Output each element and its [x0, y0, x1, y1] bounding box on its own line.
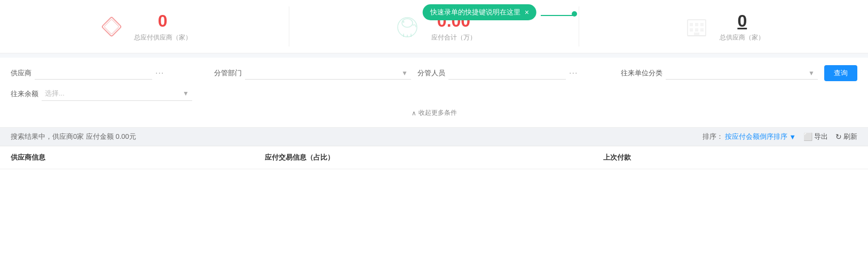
- sort-chevron: ▼: [789, 133, 796, 141]
- svg-rect-8: [700, 23, 704, 26]
- refresh-label: 刷新: [843, 132, 857, 142]
- svg-rect-7: [695, 23, 698, 26]
- col-last-payment-header: 上次付款: [603, 153, 857, 162]
- stat-total-suppliers: 0 总供应商（家）: [579, 6, 868, 46]
- tooltip-close-btn[interactable]: ×: [525, 9, 529, 16]
- supplier-label: 供应商: [11, 68, 31, 78]
- filter-balance: 往来余额 选择... ▼: [11, 87, 192, 101]
- table-body: [0, 169, 868, 275]
- total-payable-label: 总应付供应商（家）: [134, 33, 192, 42]
- filter-person: 分管人员 ···: [417, 67, 614, 80]
- person-dots-btn[interactable]: ···: [569, 68, 578, 78]
- svg-rect-10: [695, 28, 698, 32]
- collapse-icon: ∧: [412, 109, 416, 117]
- piggy-icon: [392, 11, 423, 42]
- sort-area[interactable]: 排序： 按应付会额倒序排序 ▼: [703, 132, 796, 142]
- diamond-icon: [98, 13, 125, 41]
- unit-category-label: 往来单位分类: [621, 68, 662, 78]
- export-btn[interactable]: ⬜ 导出: [803, 132, 828, 142]
- collapse-label: 收起更多条件: [419, 108, 457, 117]
- table-header: 供应商信息 应付交易信息（占比） 上次付款: [0, 146, 868, 169]
- refresh-btn[interactable]: ↻ 刷新: [835, 132, 857, 142]
- total-payable-number: 0: [158, 11, 168, 31]
- tooltip-text: 快速录单的快捷键说明在这里: [430, 7, 520, 17]
- person-label: 分管人员: [417, 68, 445, 78]
- svg-rect-9: [690, 28, 693, 32]
- balance-placeholder: 选择...: [45, 89, 65, 98]
- export-label: 导出: [814, 132, 828, 142]
- filter-row-2: 往来余额 选择... ▼: [11, 87, 192, 101]
- balance-chevron: ▼: [183, 90, 189, 97]
- filter-department: 分管部门 ▼: [214, 67, 411, 80]
- building-icon: [682, 12, 711, 41]
- table-area: 供应商信息 应付交易信息（占比） 上次付款: [0, 146, 868, 275]
- search-button[interactable]: 查询: [824, 65, 857, 81]
- svg-rect-11: [700, 28, 704, 32]
- result-info: 搜索结果中，供应商0家 应付金额 0.00元: [11, 132, 136, 142]
- col-transaction-header: 应付交易信息（占比）: [265, 153, 603, 162]
- sort-label: 排序：: [703, 132, 723, 142]
- balance-select[interactable]: 选择... ▼: [42, 87, 192, 101]
- filter-supplier: 供应商 ···: [11, 67, 208, 80]
- filter-unit-category: 往来单位分类 ▼: [621, 67, 818, 80]
- collapse-row: ∧ 收起更多条件: [11, 106, 857, 123]
- supplier-input[interactable]: [35, 67, 152, 80]
- balance-label: 往来余额: [11, 89, 38, 99]
- refresh-icon: ↻: [835, 132, 842, 141]
- total-suppliers-label: 总供应商（家）: [720, 33, 764, 42]
- department-chevron: ▼: [401, 69, 408, 77]
- col-supplier-header: 供应商信息: [11, 153, 265, 162]
- stats-bar: 0 总应付供应商（家） 0.00 应付合计（万） 快速录单的快捷键说明在这里 ×: [0, 0, 868, 53]
- payable-total-label: 应付合计（万）: [431, 33, 476, 42]
- svg-rect-0: [101, 17, 121, 36]
- svg-rect-6: [690, 23, 693, 26]
- result-actions: 排序： 按应付会额倒序排序 ▼ ⬜ 导出 ↻ 刷新: [703, 132, 857, 142]
- stat-payable-suppliers: 0 总应付供应商（家）: [0, 6, 289, 46]
- svg-point-3: [402, 19, 413, 27]
- tooltip-dot: [572, 11, 577, 17]
- supplier-dots-btn[interactable]: ···: [155, 68, 164, 78]
- export-icon: ⬜: [803, 132, 812, 141]
- unit-category-select[interactable]: ▼: [666, 67, 818, 80]
- svg-point-4: [403, 21, 404, 22]
- result-bar: 搜索结果中，供应商0家 应付金额 0.00元 排序： 按应付会额倒序排序 ▼ ⬜…: [0, 128, 868, 146]
- filter-row-1: 供应商 ··· 分管部门 ▼ 分管人员 ··· 往来单位分类 ▼: [11, 65, 857, 81]
- person-input[interactable]: [448, 67, 566, 80]
- tooltip-line: [541, 15, 573, 16]
- sort-value: 按应付会额倒序排序: [725, 132, 787, 142]
- quick-tip-tooltip: 快速录单的快捷键说明在这里 ×: [423, 4, 536, 20]
- department-label: 分管部门: [214, 68, 242, 78]
- svg-rect-12: [694, 33, 699, 36]
- total-suppliers-number: 0: [737, 11, 747, 31]
- department-select[interactable]: ▼: [245, 67, 411, 80]
- unit-category-chevron: ▼: [808, 69, 815, 77]
- filter-area: 供应商 ··· 分管部门 ▼ 分管人员 ··· 往来单位分类 ▼: [0, 58, 868, 128]
- collapse-btn[interactable]: ∧ 收起更多条件: [412, 108, 457, 117]
